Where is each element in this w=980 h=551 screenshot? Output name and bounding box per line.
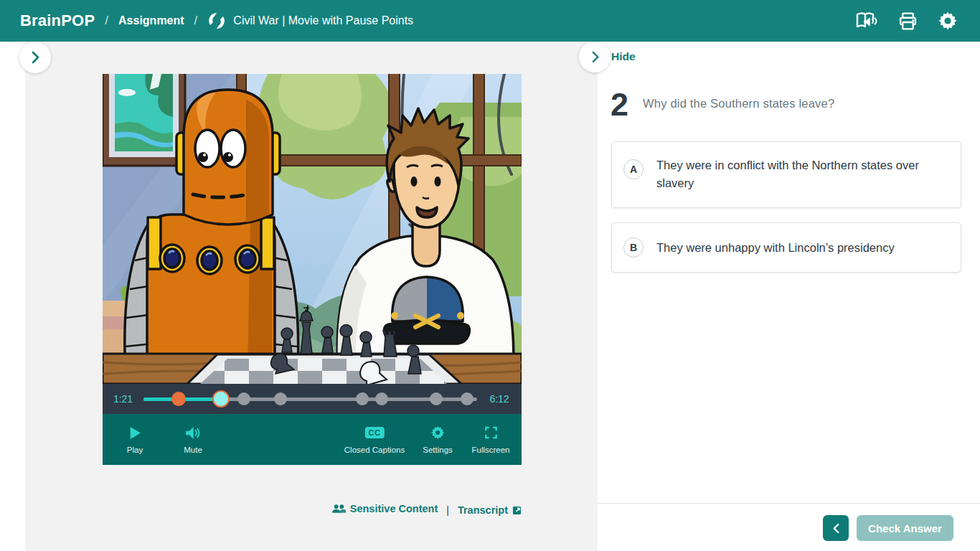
brainpop-logo[interactable]: BrainPOP [20, 11, 95, 30]
pause-point-marker[interactable] [237, 392, 250, 405]
video-player: 1:21 6:12 Play [103, 74, 522, 465]
external-link-icon [512, 506, 522, 515]
link-separator: | [446, 504, 449, 516]
breadcrumb-separator: / [105, 14, 108, 28]
check-answer-button[interactable]: Check Answer [857, 515, 953, 541]
app-header: BrainPOP / Assignment / Civil War | Movi… [0, 0, 980, 42]
mute-button[interactable]: Mute [184, 414, 202, 465]
pause-point-marker[interactable] [356, 392, 369, 405]
speaker-icon [185, 425, 200, 441]
play-icon [129, 425, 141, 441]
player-settings-button[interactable]: Settings [423, 414, 453, 465]
read-aloud-icon[interactable] [855, 9, 880, 33]
question-number: 2 [611, 86, 628, 123]
answer-letter-badge: B [623, 237, 644, 258]
movie-icon [207, 11, 226, 30]
chevron-right-icon [30, 51, 40, 64]
answer-letter-badge: A [623, 159, 644, 179]
fullscreen-button[interactable]: Fullscreen [471, 414, 509, 465]
pause-point-marker[interactable] [461, 392, 473, 405]
total-duration: 6:12 [477, 393, 522, 405]
print-icon[interactable] [895, 9, 920, 33]
chevron-right-icon [590, 51, 600, 63]
gear-icon[interactable] [936, 9, 960, 33]
pause-point-marker[interactable] [274, 392, 287, 405]
pause-point-marker[interactable] [375, 392, 388, 405]
current-time: 1:21 [103, 393, 143, 405]
hide-quiz-button[interactable]: Hide [611, 50, 636, 63]
closed-captions-icon: CC [365, 425, 385, 441]
settings-gear-icon [430, 425, 445, 441]
play-button[interactable]: Play [127, 414, 143, 465]
people-icon [332, 504, 346, 514]
video-controls-bar: Play Mute CC Closed Captions [103, 414, 522, 465]
answer-text: They were unhappy with Lincoln’s preside… [656, 239, 895, 257]
fullscreen-icon [484, 425, 497, 441]
quiz-panel: Hide 2 Why did the Southern states leave… [598, 42, 980, 551]
chevron-left-icon [832, 523, 840, 534]
collapse-left-panel-button[interactable] [19, 42, 51, 73]
closed-captions-button[interactable]: CC Closed Captions [344, 414, 405, 465]
answer-text: They were in conflict with the Northern … [656, 156, 943, 192]
breadcrumb-title: Civil War | Movie with Pause Points [233, 14, 413, 27]
pause-point-marker[interactable] [171, 392, 186, 406]
previous-question-button[interactable] [823, 515, 849, 541]
answer-option-b[interactable]: B They were unhappy with Lincoln’s presi… [611, 222, 961, 273]
player-panel: 1:21 6:12 Play [0, 42, 598, 551]
timeline-playhead[interactable] [212, 390, 230, 408]
breadcrumb-separator: / [194, 14, 198, 28]
pause-point-marker[interactable] [430, 392, 443, 405]
timeline-track[interactable] [143, 384, 477, 414]
transcript-link[interactable]: Transcript [458, 504, 522, 516]
sensitive-content-link[interactable]: Sensitive Content [332, 503, 438, 514]
player-links-row: Sensitive Content | Transcript [103, 503, 522, 517]
question-text: Why did the Southern states leave? [643, 97, 834, 110]
breadcrumb-assignment[interactable]: Assignment [118, 14, 184, 27]
video-timeline: 1:21 6:12 [103, 384, 522, 414]
quiz-footer: Check Answer [598, 503, 980, 551]
answer-option-a[interactable]: A They were in conflict with the Norther… [611, 141, 961, 208]
video-frame-illustration[interactable] [103, 74, 522, 384]
collapse-quiz-panel-button[interactable] [579, 41, 611, 72]
